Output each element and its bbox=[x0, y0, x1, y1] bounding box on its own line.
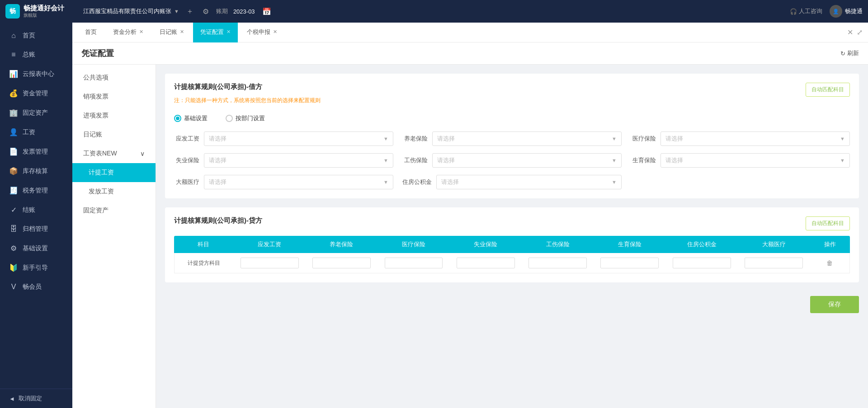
user-area[interactable]: 👤 畅捷通 bbox=[830, 5, 863, 18]
radio-dept[interactable]: 按部门设置 bbox=[226, 114, 265, 122]
payable-salary-select[interactable]: 请选择 ▼ bbox=[204, 131, 393, 146]
th-payable: 应发工资 bbox=[233, 236, 306, 253]
housing-fund-select[interactable]: 请选择 ▼ bbox=[436, 175, 622, 189]
medical-select[interactable]: 请选择 ▼ bbox=[660, 131, 850, 146]
top-bar: 畅 畅捷通好会计 旗舰版 江西服宝精品有限责任公司内账张 ▼ ＋ ⚙ 账期 20… bbox=[0, 0, 868, 23]
td-medical[interactable] bbox=[377, 253, 449, 273]
left-nav-journal[interactable]: 日记账 bbox=[72, 125, 156, 144]
major-medical-select[interactable]: 请选择 ▼ bbox=[204, 175, 393, 189]
sidebar-item-member-label: 畅会员 bbox=[23, 283, 42, 291]
td-action[interactable]: 🗑 bbox=[810, 253, 849, 273]
sidebar-item-settlement[interactable]: ✓ 结账 bbox=[0, 200, 72, 220]
tab-voucher-close[interactable]: ✕ bbox=[226, 29, 231, 35]
sidebar-item-funds[interactable]: 💰 资金管理 bbox=[0, 84, 72, 103]
td-housing-fund[interactable] bbox=[666, 253, 738, 273]
sidebar-item-settings[interactable]: ⚙ 基础设置 bbox=[0, 239, 72, 258]
refresh-button[interactable]: ↻ 刷新 bbox=[840, 49, 859, 57]
maternity-select[interactable]: 请选择 ▼ bbox=[660, 153, 850, 168]
td-maternity[interactable] bbox=[594, 253, 665, 273]
settings-icon[interactable]: ⚙ bbox=[201, 5, 211, 18]
left-nav-pay-salary[interactable]: 发放工资 bbox=[72, 182, 156, 201]
sidebar-item-guide[interactable]: 🔰 新手引导 bbox=[0, 258, 72, 277]
td-unemployment[interactable] bbox=[450, 253, 522, 273]
service-button[interactable]: 🎧 人工咨询 bbox=[790, 7, 822, 15]
left-nav-fixed-assets[interactable]: 固定资产 bbox=[72, 201, 156, 220]
tab-funds[interactable]: 资金分析 ✕ bbox=[106, 23, 151, 42]
sidebar-item-member[interactable]: V 畅会员 bbox=[0, 277, 72, 296]
input-housing-fund[interactable] bbox=[673, 258, 731, 268]
home-icon: ⌂ bbox=[9, 32, 18, 40]
calendar-icon[interactable]: 📅 bbox=[260, 5, 273, 18]
sidebar-item-salary[interactable]: 👤 工资 bbox=[0, 122, 72, 142]
sidebar-item-reports[interactable]: 📊 云报表中心 bbox=[0, 64, 72, 84]
td-major-medical[interactable] bbox=[738, 253, 810, 273]
save-button[interactable]: 保存 bbox=[810, 296, 859, 313]
expand-icon[interactable]: ⤢ bbox=[857, 28, 863, 37]
sidebar-item-home[interactable]: ⌂ 首页 bbox=[0, 26, 72, 45]
input-maternity[interactable] bbox=[600, 258, 659, 268]
cancel-fixed-button[interactable]: ◄ 取消固定 bbox=[0, 389, 72, 408]
left-nav-purchase[interactable]: 进项发票 bbox=[72, 106, 156, 125]
radio-basic[interactable]: 基础设置 bbox=[174, 114, 208, 122]
delete-row-icon[interactable]: 🗑 bbox=[826, 259, 833, 267]
field-unemployment: 失业保险 请选择 ▼ bbox=[174, 153, 393, 168]
new-badge: NEW bbox=[102, 150, 117, 157]
th-work-injury: 工伤保险 bbox=[522, 236, 594, 253]
sidebar-item-funds-label: 资金管理 bbox=[23, 89, 48, 98]
sidebar-item-tax[interactable]: 🧾 税务管理 bbox=[0, 181, 72, 200]
tab-funds-close[interactable]: ✕ bbox=[139, 29, 143, 35]
add-button[interactable]: ＋ bbox=[184, 5, 195, 18]
tab-voucher-label: 凭证配置 bbox=[200, 28, 224, 36]
company-selector[interactable]: 江西服宝精品有限责任公司内账张 ▼ bbox=[83, 7, 179, 15]
input-payable[interactable] bbox=[241, 258, 299, 268]
input-pension[interactable] bbox=[312, 258, 371, 268]
credit-auto-match-button[interactable]: 自动匹配科目 bbox=[806, 216, 850, 230]
left-nav-payroll-group[interactable]: 工资表NEW ∨ bbox=[72, 144, 156, 163]
sidebar-item-assets[interactable]: 🏢 固定资产 bbox=[0, 103, 72, 122]
unemployment-chevron: ▼ bbox=[383, 158, 388, 163]
inventory-icon: 📦 bbox=[9, 167, 18, 175]
payroll-expand-icon: ∨ bbox=[140, 150, 145, 157]
debit-auto-match-button[interactable]: 自动匹配科目 bbox=[806, 83, 850, 97]
tab-journal-close[interactable]: ✕ bbox=[180, 29, 184, 35]
sidebar-item-invoice[interactable]: 📄 发票管理 bbox=[0, 142, 72, 161]
tab-bar: 首页 资金分析 ✕ 日记账 ✕ 凭证配置 ✕ 个税申报 ✕ ✕ ⤢ bbox=[72, 23, 868, 42]
tab-tax[interactable]: 个税申报 ✕ bbox=[240, 23, 284, 42]
unemployment-select[interactable]: 请选择 ▼ bbox=[204, 153, 393, 168]
sidebar-item-archive[interactable]: 🗄 归档管理 bbox=[0, 220, 72, 239]
field-pension: 养老保险 请选择 ▼ bbox=[402, 131, 622, 146]
pension-label: 养老保险 bbox=[402, 135, 428, 143]
tab-tax-close[interactable]: ✕ bbox=[273, 29, 277, 35]
left-nav-sales[interactable]: 销项发票 bbox=[72, 87, 156, 106]
td-pension[interactable] bbox=[306, 253, 377, 273]
invoice-icon: 📄 bbox=[9, 147, 18, 156]
sidebar-item-inventory[interactable]: 📦 库存核算 bbox=[0, 161, 72, 181]
unemployment-placeholder: 请选择 bbox=[209, 156, 226, 164]
sidebar-item-home-label: 首页 bbox=[23, 32, 35, 40]
th-maternity: 生育保险 bbox=[594, 236, 666, 253]
left-nav-calc-payroll[interactable]: 计提工资 bbox=[72, 163, 156, 182]
work-injury-select[interactable]: 请选择 ▼ bbox=[432, 153, 622, 168]
guide-icon: 🔰 bbox=[9, 263, 18, 272]
radio-dept-label: 按部门设置 bbox=[236, 114, 265, 122]
tab-journal[interactable]: 日记账 ✕ bbox=[152, 23, 191, 42]
td-work-injury[interactable] bbox=[522, 253, 594, 273]
top-center: 江西服宝精品有限责任公司内账张 ▼ ＋ ⚙ 账期 2023-03 📅 bbox=[78, 5, 790, 18]
inner-layout: 公共选项 销项发票 进项发票 日记账 工资表NEW ∨ 计提工资 发放工资 固定… bbox=[72, 65, 868, 408]
input-work-injury[interactable] bbox=[528, 258, 587, 268]
housing-fund-placeholder: 请选择 bbox=[441, 178, 459, 186]
td-payable[interactable] bbox=[234, 253, 306, 273]
pension-select[interactable]: 请选择 ▼ bbox=[432, 131, 622, 146]
tab-voucher[interactable]: 凭证配置 ✕ bbox=[193, 23, 238, 42]
tab-home[interactable]: 首页 bbox=[78, 23, 104, 42]
input-major-medical[interactable] bbox=[745, 258, 803, 268]
input-unemployment[interactable] bbox=[457, 258, 515, 268]
service-label: 人工咨询 bbox=[799, 7, 822, 15]
left-nav-public[interactable]: 公共选项 bbox=[72, 68, 156, 87]
tab-funds-label: 资金分析 bbox=[113, 28, 137, 36]
major-medical-placeholder: 请选择 bbox=[209, 178, 226, 186]
input-medical[interactable] bbox=[385, 258, 443, 268]
close-window-icon[interactable]: ✕ bbox=[847, 28, 853, 37]
sidebar-item-ledger[interactable]: ≡ 总账 bbox=[0, 45, 72, 64]
maternity-label: 生育保险 bbox=[631, 156, 656, 164]
